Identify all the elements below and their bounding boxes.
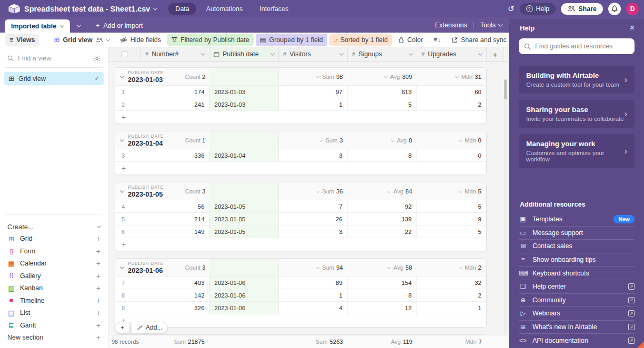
cell-upgrades[interactable]: 0 [417, 149, 486, 161]
find-view-search[interactable] [6, 53, 102, 64]
table-row[interactable]: 5 214 2023-01-05 26 139 9 [115, 213, 486, 226]
cell-number[interactable]: 142 [142, 289, 210, 301]
cell-upgrades[interactable]: 60 [417, 86, 486, 98]
cell-number[interactable]: 326 [142, 302, 210, 314]
cell-number[interactable]: 214 [142, 213, 210, 225]
create-kanban-item[interactable]: ▥ Kanban + [0, 282, 108, 295]
cell-publish-date[interactable]: 2023-01-03 [210, 98, 279, 110]
add-record-button[interactable]: + [115, 322, 130, 333]
share-button[interactable]: Share [561, 3, 603, 15]
cell-number[interactable]: 56 [142, 200, 210, 212]
help-resource-item[interactable]: <> API documentation ↗ [519, 333, 635, 347]
cell-number[interactable]: 174 [142, 86, 210, 98]
cell-number[interactable]: 241 [142, 98, 210, 110]
table-row[interactable]: 7 403 2023-01-06 89 154 32 [115, 277, 486, 289]
share-and-sync-button[interactable]: Share and sync [447, 34, 511, 46]
column-header-number[interactable]: # Number# [141, 47, 209, 61]
help-resource-item[interactable]: ▭ Message support [519, 226, 635, 240]
cell-visitors[interactable]: 3 [279, 149, 348, 161]
cell-signups[interactable]: 154 [348, 277, 417, 289]
add-field-button[interactable]: + [487, 47, 504, 61]
help-resource-item[interactable]: ✉ Contact sales [519, 239, 635, 253]
chevron-down-icon[interactable] [409, 51, 413, 55]
select-all-header[interactable] [108, 47, 141, 61]
sidebar-view-grid-view[interactable]: ⊞ Grid view ✓ [4, 72, 104, 85]
add-record-row[interactable]: + [115, 314, 486, 327]
history-icon[interactable]: ↺ [508, 5, 515, 13]
extensions-button[interactable]: Extensions [435, 22, 467, 29]
cell-publish-date[interactable]: 2023-01-06 [210, 277, 279, 289]
cell-publish-date[interactable]: 2023-01-05 [210, 200, 279, 212]
group-summary-signups[interactable]: Avg84 [348, 182, 417, 200]
chevron-down-icon[interactable] [270, 51, 275, 55]
cell-visitors[interactable]: 97 [279, 86, 348, 98]
column-header-upgrades[interactable]: # Upgrades [417, 47, 487, 61]
gear-icon[interactable] [94, 55, 100, 62]
cell-number[interactable]: 403 [142, 277, 210, 289]
column-header-signups[interactable]: # Signups [348, 47, 417, 61]
help-resource-item[interactable]: ⊞ What's new in Airtable ↗ [519, 320, 635, 334]
group-summary-visitors[interactable]: Sum3 [279, 131, 348, 149]
row-height-button[interactable]: ≡↓ [429, 34, 445, 46]
avatar[interactable]: D [626, 3, 639, 15]
cell-signups[interactable]: 8 [348, 149, 417, 161]
table-row[interactable]: 2 241 2023-01-03 1 5 2 [115, 98, 486, 111]
tab-automations[interactable]: Automations [199, 3, 249, 15]
table-row[interactable]: 3 336 2023-01-04 3 8 0 [115, 149, 486, 162]
chevron-down-icon[interactable] [201, 51, 205, 55]
airtable-logo-icon[interactable] [8, 4, 20, 14]
cell-publish-date[interactable]: 2023-01-05 [210, 226, 279, 238]
collapse-group-icon[interactable] [120, 188, 124, 192]
create-timeline-item[interactable]: ≡ Timeline + [0, 294, 108, 307]
close-icon[interactable]: × [630, 24, 635, 32]
find-view-input[interactable] [18, 55, 76, 62]
scrollbar-thumb[interactable] [504, 79, 507, 99]
add-record-row[interactable]: + [115, 162, 486, 175]
create-list-item[interactable]: ▤ List + [0, 307, 108, 320]
table-row[interactable]: 6 149 2023-01-05 3 22 5 [115, 226, 486, 238]
add-with-ai-button[interactable]: Add... [131, 322, 168, 333]
add-or-import-button[interactable]: + Add or import [96, 22, 143, 29]
group-button[interactable]: ▤ Grouped by 1 field [256, 34, 327, 46]
help-resource-item[interactable]: ▷ Webinars ↗ [519, 306, 635, 320]
table-row[interactable]: 9 326 2023-01-06 4 12 1 [115, 302, 486, 314]
cell-visitors[interactable]: 26 [279, 213, 348, 225]
footer-stat-upgrades[interactable]: Mdn7 [465, 339, 482, 345]
group-summary-signups[interactable]: Avg8 [348, 131, 417, 149]
cell-publish-date[interactable]: 2023-01-03 [210, 86, 279, 98]
chevron-down-icon[interactable] [339, 51, 344, 55]
color-button[interactable]: Color [394, 34, 427, 46]
cell-publish-date[interactable]: 2023-01-05 [210, 213, 279, 225]
cell-upgrades[interactable]: 1 [417, 302, 486, 314]
cell-upgrades[interactable]: 2 [417, 98, 486, 110]
cell-publish-date[interactable]: 2023-01-06 [210, 289, 279, 301]
hide-fields-button[interactable]: Hide fields [116, 34, 165, 46]
group-summary-signups[interactable]: Avg58 [348, 259, 417, 276]
cell-signups[interactable]: 22 [348, 226, 417, 238]
group-summary-upgrades[interactable]: Mdn31 [417, 68, 486, 85]
help-resource-item[interactable]: ≡ Show onboarding tips [519, 253, 635, 267]
table-row[interactable]: 1 174 2023-01-03 97 613 60 [115, 86, 486, 98]
cell-upgrades[interactable]: 2 [417, 289, 486, 301]
footer-stat-signups[interactable]: Avg119 [391, 339, 412, 345]
collapse-group-icon[interactable] [120, 264, 124, 269]
table-row[interactable]: 8 142 2023-01-06 1 8 2 [115, 289, 486, 302]
create-grid-item[interactable]: ⊞ Grid + [0, 233, 108, 245]
cell-upgrades[interactable]: 32 [417, 277, 486, 289]
group-summary-upgrades[interactable]: Mdn0 [417, 131, 486, 149]
notifications-button[interactable] [608, 3, 621, 15]
create-section-header[interactable]: Create... [7, 223, 100, 231]
cell-upgrades[interactable]: 5 [417, 200, 486, 212]
checkbox-icon[interactable] [122, 52, 127, 57]
help-resource-item[interactable]: ⌨ Keyboard shortcuts [519, 266, 635, 280]
cell-visitors[interactable]: 1 [279, 98, 348, 110]
help-resource-item[interactable]: ❏ Help center ↗ [519, 280, 635, 293]
create-gallery-item[interactable]: ⠿ Gallery + [0, 270, 108, 282]
group-summary-visitors[interactable]: Sum98 [279, 68, 348, 85]
cell-visitors[interactable]: 3 [279, 226, 348, 238]
footer-stat-number[interactable]: Sum21875 [174, 339, 205, 345]
column-header-visitors[interactable]: # Visitors [279, 47, 348, 61]
footer-stat-visitors[interactable]: Sum5263 [316, 339, 343, 345]
cell-visitors[interactable]: 1 [279, 289, 348, 301]
cell-upgrades[interactable]: 9 [417, 213, 486, 225]
